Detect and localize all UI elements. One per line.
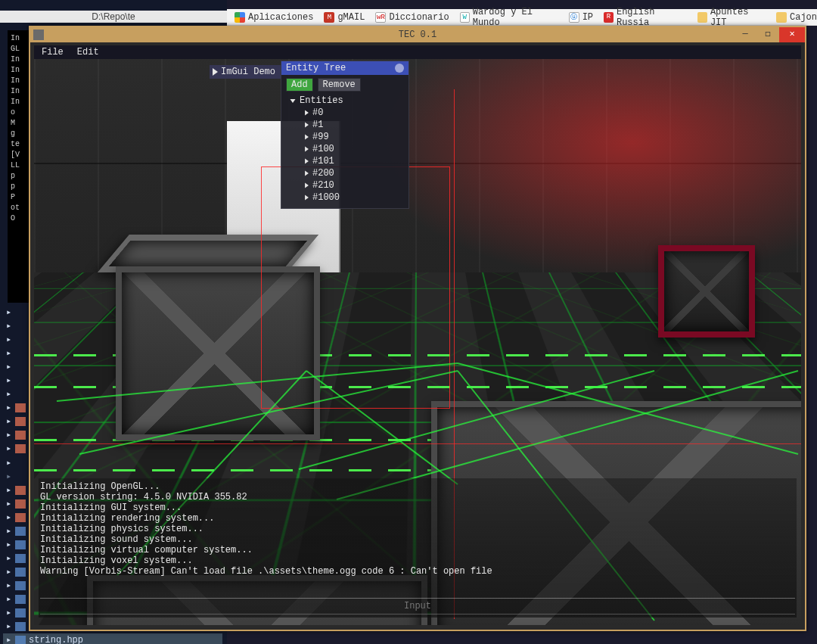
expand-arrow-icon bbox=[305, 135, 309, 140]
entity-id-label: #99 bbox=[312, 131, 329, 143]
tec-application-window[interactable]: TEC 0.1 — ◻ ✕ bbox=[29, 26, 806, 631]
filter-icon bbox=[15, 431, 26, 440]
gmail-icon: M bbox=[324, 12, 334, 23]
console-line: Initializing virtual computer system... bbox=[40, 545, 795, 555]
entity-tree-panel[interactable]: Entity Tree Add Remove Entities #0#1#99#… bbox=[281, 61, 409, 209]
console-input-bar[interactable] bbox=[40, 598, 795, 614]
tec-menubar[interactable]: File Edit bbox=[34, 45, 801, 59]
entity-id-label: #200 bbox=[312, 167, 334, 179]
bookmark-diccionario[interactable]: wRDiccionario bbox=[375, 12, 449, 23]
bookmark-english-russia[interactable]: REnglish Russia bbox=[604, 7, 687, 28]
entity-node[interactable]: #1000 bbox=[286, 191, 404, 204]
entity-tree-title: Entity Tree bbox=[286, 63, 346, 73]
entity-node[interactable]: #0 bbox=[286, 107, 404, 119]
entity-node[interactable]: #210 bbox=[286, 179, 404, 191]
tec-window-title: TEC 0.1 bbox=[399, 30, 436, 40]
bookmark-ip[interactable]: ⓤIP bbox=[569, 12, 593, 23]
tree-expand-icon: ▸ bbox=[6, 470, 15, 484]
add-entity-button[interactable]: Add bbox=[286, 78, 313, 92]
tec-titlebar[interactable]: TEC 0.1 — ◻ ✕ bbox=[30, 27, 805, 42]
wR-icon: wR bbox=[375, 12, 386, 23]
tree-expand-icon: ▸ bbox=[6, 511, 15, 524]
R-icon: R bbox=[604, 12, 614, 23]
bookmark-cajon[interactable]: Cajon bbox=[776, 12, 817, 23]
bookmark-label: Apuntes JIT bbox=[710, 7, 766, 28]
hpp-file-icon bbox=[15, 527, 26, 536]
entity-id-label: #101 bbox=[312, 155, 334, 167]
remove-entity-button[interactable]: Remove bbox=[318, 78, 361, 92]
filter-icon bbox=[15, 513, 26, 522]
bookmark-aplicaciones[interactable]: Aplicaciones bbox=[235, 12, 313, 23]
bookmark-label: Diccionario bbox=[389, 12, 449, 23]
tree-expand-icon: ▸ bbox=[6, 633, 15, 644]
folder-icon bbox=[776, 12, 787, 23]
scene-crate-red bbox=[658, 245, 755, 338]
tree-expand-icon: ▸ bbox=[6, 333, 15, 347]
bookmark-label: Aplicaciones bbox=[248, 12, 313, 23]
tree-expand-icon: ▸ bbox=[6, 319, 15, 333]
tree-expand-icon: ▸ bbox=[6, 497, 15, 511]
tec-app-icon bbox=[33, 30, 44, 40]
folder-icon bbox=[697, 12, 707, 23]
expand-arrow-icon bbox=[305, 110, 309, 116]
tree-expand-icon: ▸ bbox=[6, 579, 15, 593]
tree-expand-icon: ▸ bbox=[6, 360, 15, 374]
panel-collapse-icon[interactable] bbox=[395, 64, 404, 73]
entity-node[interactable]: #100 bbox=[286, 143, 404, 155]
hpp-file-icon bbox=[15, 608, 26, 618]
entity-node[interactable]: #200 bbox=[286, 167, 404, 179]
console-line: Initializing physics system... bbox=[40, 524, 795, 534]
hpp-file-icon bbox=[15, 636, 26, 644]
bookmark-wardog-y-el-mundo[interactable]: WWardog y El Mundo bbox=[460, 7, 558, 28]
tree-item-label: string.hpp bbox=[29, 633, 83, 644]
expand-arrow-icon bbox=[305, 159, 309, 164]
entity-id-label: #0 bbox=[312, 107, 323, 119]
bookmark-gmail[interactable]: MgMAIL bbox=[324, 12, 365, 23]
entity-tree-titlebar[interactable]: Entity Tree bbox=[281, 61, 408, 75]
console-line: Initializing sound system... bbox=[40, 534, 795, 545]
maximize-button[interactable]: ◻ bbox=[756, 27, 779, 42]
expand-arrow-icon bbox=[290, 99, 296, 103]
tree-expand-icon: ▸ bbox=[6, 428, 15, 442]
browser-bookmark-bar[interactable]: AplicacionesMgMAILwRDiccionarioWWardog y… bbox=[227, 9, 817, 26]
folder-icon bbox=[15, 349, 26, 358]
folder-icon bbox=[15, 376, 26, 385]
debug-red-horizontal-axis bbox=[34, 443, 801, 444]
tec-client-area: File Edit ImGui Demo Entity Tree Add Rem… bbox=[34, 45, 801, 625]
console-line: Warning [Vorbis-Stream] Can't load file … bbox=[40, 566, 795, 577]
folder-icon bbox=[15, 308, 26, 317]
entity-node[interactable]: #99 bbox=[286, 131, 404, 143]
imgui-demo-collapsed-header[interactable]: ImGui Demo bbox=[210, 65, 281, 79]
entity-node[interactable]: #101 bbox=[286, 155, 404, 167]
entities-root-node[interactable]: Entities bbox=[286, 95, 404, 107]
hpp-file-icon bbox=[15, 554, 26, 563]
tree-expand-icon: ▸ bbox=[6, 565, 15, 579]
background-title-path: D:\Repo\te bbox=[0, 11, 227, 23]
menu-file[interactable]: File bbox=[42, 47, 64, 58]
filter-icon bbox=[15, 499, 26, 509]
bookmark-label: IP bbox=[582, 12, 593, 23]
entity-id-label: #100 bbox=[312, 143, 334, 155]
bookmark-label: gMAIL bbox=[337, 12, 365, 23]
tree-expand-icon: ▸ bbox=[6, 306, 15, 319]
console-line: GL version string: 4.5.0 NVIDIA 355.82 bbox=[40, 492, 795, 502]
hpp-file-icon bbox=[15, 540, 26, 549]
tree-expand-icon: ▸ bbox=[6, 456, 15, 470]
console-line: Initializing OpenGL... bbox=[40, 481, 795, 492]
tree-expand-icon: ▸ bbox=[6, 415, 15, 428]
menu-edit[interactable]: Edit bbox=[77, 47, 99, 58]
console-line: Initializing voxel system... bbox=[40, 555, 795, 566]
minimize-button[interactable]: — bbox=[734, 27, 756, 42]
tree-expand-icon: ▸ bbox=[6, 606, 15, 620]
tree-expand-icon: ▸ bbox=[6, 593, 15, 606]
tree-expand-icon: ▸ bbox=[6, 401, 15, 415]
file-tree-item[interactable]: ▸string.hpp bbox=[3, 633, 222, 644]
folder-icon bbox=[15, 335, 26, 344]
filter-icon bbox=[15, 403, 26, 412]
bookmark-label: Wardog y El Mundo bbox=[473, 7, 558, 28]
filter-icon bbox=[15, 417, 26, 426]
console-input[interactable] bbox=[40, 601, 795, 611]
bookmark-apuntes-jit[interactable]: Apuntes JIT bbox=[697, 7, 766, 28]
close-button[interactable]: ✕ bbox=[779, 27, 805, 42]
entity-node[interactable]: #1 bbox=[286, 119, 404, 131]
